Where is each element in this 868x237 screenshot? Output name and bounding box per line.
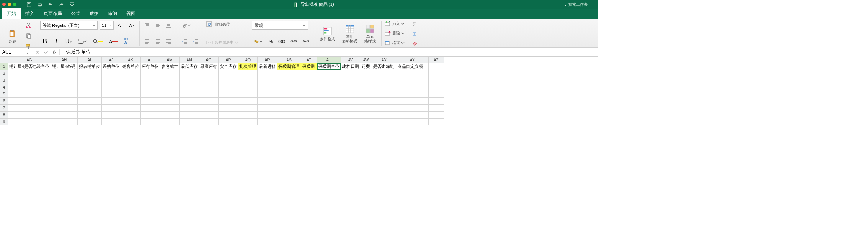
cell-AH6[interactable] bbox=[51, 98, 77, 105]
row-header-6[interactable]: 6 bbox=[0, 98, 8, 105]
cell-AP5[interactable] bbox=[218, 91, 238, 98]
cell-AG9[interactable] bbox=[8, 118, 51, 125]
cell-AJ6[interactable] bbox=[101, 98, 121, 105]
cell-AK9[interactable] bbox=[121, 118, 140, 125]
row-header-5[interactable]: 5 bbox=[0, 91, 8, 98]
cell-AY3[interactable] bbox=[396, 77, 428, 84]
format-as-table-button[interactable]: 套用 表格格式 bbox=[340, 23, 360, 44]
column-header-AS[interactable]: AS bbox=[277, 57, 301, 63]
column-header-AJ[interactable]: AJ bbox=[101, 57, 121, 63]
cut-button[interactable] bbox=[24, 21, 34, 30]
accept-formula-icon[interactable] bbox=[44, 50, 49, 54]
align-center-button[interactable] bbox=[154, 37, 162, 46]
paste-button[interactable]: 粘贴 bbox=[5, 28, 20, 44]
cell-AY4[interactable] bbox=[396, 84, 428, 91]
cell-AU6[interactable] bbox=[317, 98, 341, 105]
close-window-button[interactable] bbox=[2, 3, 6, 6]
fill-color-button[interactable] bbox=[90, 37, 105, 46]
cell-AR5[interactable] bbox=[257, 91, 277, 98]
cell-AV1[interactable]: 建档日期 bbox=[341, 63, 360, 70]
underline-button[interactable]: U bbox=[63, 37, 74, 46]
cell-AZ1[interactable] bbox=[428, 63, 444, 70]
cell-AM1[interactable]: 参考成本 bbox=[160, 63, 179, 70]
delete-cells-button[interactable]: 删除 bbox=[385, 31, 406, 36]
cell-AY8[interactable] bbox=[396, 112, 428, 118]
print-icon[interactable] bbox=[37, 2, 43, 7]
cell-AY5[interactable] bbox=[396, 91, 428, 98]
cell-AP2[interactable] bbox=[218, 70, 238, 77]
cell-AJ4[interactable] bbox=[101, 84, 121, 91]
cell-AW1[interactable]: 运费 bbox=[360, 63, 372, 70]
cell-AM5[interactable] bbox=[160, 91, 179, 98]
cell-AJ5[interactable] bbox=[101, 91, 121, 98]
cell-AN9[interactable] bbox=[179, 118, 199, 125]
formula-input[interactable] bbox=[64, 49, 598, 55]
column-header-AM[interactable]: AM bbox=[160, 57, 179, 63]
maximize-window-button[interactable] bbox=[13, 3, 16, 6]
cell-AI8[interactable] bbox=[77, 112, 101, 118]
cell-AI3[interactable] bbox=[77, 77, 101, 84]
conditional-format-button[interactable]: 条件格式 bbox=[318, 25, 337, 41]
save-icon[interactable] bbox=[26, 2, 32, 7]
name-box[interactable]: AU1 bbox=[0, 48, 31, 56]
bold-button[interactable]: B bbox=[40, 37, 49, 46]
cell-AL6[interactable] bbox=[140, 98, 160, 105]
cell-AW6[interactable] bbox=[360, 98, 372, 105]
cell-AS2[interactable] bbox=[277, 70, 301, 77]
cell-AZ4[interactable] bbox=[428, 84, 444, 91]
cell-AS3[interactable] bbox=[277, 77, 301, 84]
cell-AX1[interactable]: 是否走冻链 bbox=[372, 63, 396, 70]
cell-AQ9[interactable] bbox=[238, 118, 257, 125]
cell-AZ2[interactable] bbox=[428, 70, 444, 77]
cell-AK6[interactable] bbox=[121, 98, 140, 105]
cell-AL1[interactable]: 库存单位 bbox=[140, 63, 160, 70]
cell-AY9[interactable] bbox=[396, 118, 428, 125]
cell-AQ6[interactable] bbox=[238, 98, 257, 105]
cell-AJ8[interactable] bbox=[101, 112, 121, 118]
cell-AT4[interactable] bbox=[301, 84, 317, 91]
cell-AG2[interactable] bbox=[8, 70, 51, 77]
cell-AZ8[interactable] bbox=[428, 112, 444, 118]
cell-AM2[interactable] bbox=[160, 70, 179, 77]
wrap-text-button[interactable]: 自动换行 bbox=[206, 21, 246, 27]
row-header-9[interactable]: 9 bbox=[0, 118, 8, 125]
cell-AX7[interactable] bbox=[372, 105, 396, 112]
column-header-AV[interactable]: AV bbox=[341, 57, 360, 63]
cell-AR4[interactable] bbox=[257, 84, 277, 91]
cell-AZ3[interactable] bbox=[428, 77, 444, 84]
cell-AI6[interactable] bbox=[77, 98, 101, 105]
cell-AR9[interactable] bbox=[257, 118, 277, 125]
percent-button[interactable]: % bbox=[266, 37, 275, 46]
tab-插入[interactable]: 插入 bbox=[21, 8, 39, 19]
cell-AW5[interactable] bbox=[360, 91, 372, 98]
cell-AH2[interactable] bbox=[51, 70, 77, 77]
cell-AJ3[interactable] bbox=[101, 77, 121, 84]
customize-qat-icon[interactable] bbox=[69, 2, 75, 7]
column-header-AY[interactable]: AY bbox=[396, 57, 428, 63]
orientation-button[interactable]: ab bbox=[180, 21, 192, 30]
format-cells-button[interactable]: 格式 bbox=[385, 40, 406, 46]
cell-AG5[interactable] bbox=[8, 91, 51, 98]
cell-AJ7[interactable] bbox=[101, 105, 121, 112]
cell-AL9[interactable] bbox=[140, 118, 160, 125]
column-header-AO[interactable]: AO bbox=[199, 57, 218, 63]
font-size-combo[interactable]: 11 bbox=[100, 21, 114, 30]
cell-AV2[interactable] bbox=[341, 70, 360, 77]
cell-AV9[interactable] bbox=[341, 118, 360, 125]
search-sheet[interactable] bbox=[553, 2, 595, 7]
cell-AV4[interactable] bbox=[341, 84, 360, 91]
cell-AT3[interactable] bbox=[301, 77, 317, 84]
cell-AO5[interactable] bbox=[199, 91, 218, 98]
merge-center-button[interactable]: 合并后居中 bbox=[206, 40, 246, 46]
cell-AK8[interactable] bbox=[121, 112, 140, 118]
align-bottom-button[interactable] bbox=[164, 21, 173, 30]
increase-font-button[interactable]: A bbox=[116, 21, 126, 30]
cell-AQ5[interactable] bbox=[238, 91, 257, 98]
phonetic-button[interactable]: abcA bbox=[121, 37, 130, 46]
minimize-window-button[interactable] bbox=[8, 3, 11, 6]
align-middle-button[interactable] bbox=[154, 21, 162, 30]
cell-AU7[interactable] bbox=[317, 105, 341, 112]
column-header-AH[interactable]: AH bbox=[51, 57, 77, 63]
cell-AU8[interactable] bbox=[317, 112, 341, 118]
decrease-indent-button[interactable] bbox=[180, 37, 189, 46]
